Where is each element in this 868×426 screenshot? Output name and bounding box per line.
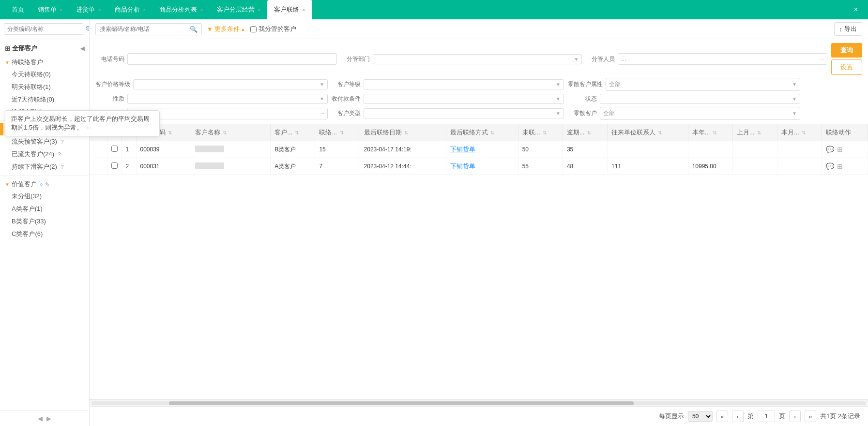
nature-select[interactable]: ▼ [127, 94, 328, 104]
price-grade-select[interactable]: ▼ [133, 79, 328, 89]
dept-select[interactable]: ▼ [373, 54, 582, 64]
row2-name [191, 158, 271, 175]
sidebar-declining[interactable]: 持续下滑客户(2) ? [0, 161, 89, 173]
nav-product-analysis-close[interactable]: × [143, 7, 146, 13]
th-last-month[interactable]: 上月... ⇅ [732, 124, 777, 141]
row1-name-placeholder [195, 146, 224, 152]
scrollbar-thumb[interactable] [169, 401, 634, 405]
value-arrow-icon: ▼ [5, 182, 10, 187]
scattered-customer-select[interactable]: 全部 ▼ [600, 107, 800, 120]
sidebar-all-customers[interactable]: ⊞ 全部客户 ◀ [0, 41, 89, 56]
payment-select[interactable]: ▼ [364, 94, 564, 104]
sidebar-type-a[interactable]: A类客户(1) [0, 203, 89, 215]
row1-chat-icon[interactable]: 💬 [826, 146, 834, 153]
customer-grade-select[interactable]: ▼ [364, 79, 564, 89]
export-button[interactable]: ↑ 导出 [834, 22, 863, 36]
th-last-date[interactable]: 最后联络日期 ⇅ [360, 124, 446, 141]
row2-select-checkbox[interactable] [111, 162, 118, 169]
nav-purchase[interactable]: 进货单 × [69, 0, 107, 19]
nav-product-analysis-list-close[interactable]: × [200, 7, 203, 13]
nav-customer-tier-close[interactable]: × [258, 7, 260, 13]
per-page-select[interactable]: 50 20 100 [688, 411, 713, 422]
th-last-method[interactable]: 最后联络方式 ⇅ [446, 124, 518, 141]
page-number-input[interactable] [758, 411, 775, 422]
nav-purchase-close[interactable]: × [98, 7, 101, 13]
th-contact[interactable]: 联络... ⇅ [315, 124, 360, 141]
manager-select[interactable]: ... ··· [618, 53, 827, 65]
customer-add-icon[interactable]: ○ [40, 181, 43, 187]
th-overdue[interactable]: 逾期... ⇅ [563, 124, 607, 141]
first-page-btn[interactable]: « [716, 411, 728, 422]
nav-sales-close[interactable]: × [60, 7, 62, 13]
sidebar-tomorrow-wait[interactable]: 明天待联络(1) [0, 81, 89, 93]
th-type[interactable]: 客户... ⇅ [271, 124, 315, 141]
code-sort-icon: ⇅ [168, 130, 172, 135]
sidebar-search-input[interactable] [4, 23, 83, 35]
nav-customer-contact[interactable]: 客户联络 × [267, 0, 312, 19]
customer-type-select[interactable]: ▼ [364, 108, 564, 118]
status-select[interactable]: ▼ [600, 94, 800, 104]
lost-help-icon[interactable]: ? [58, 151, 61, 157]
grid-icon: ⊞ [5, 45, 10, 52]
row2-last-method[interactable]: 下销货单 [446, 158, 518, 175]
nav-product-analysis[interactable]: 商品分析 × [108, 0, 152, 19]
th-this-month[interactable]: 本月... ⇅ [777, 124, 822, 141]
row1-grid-icon[interactable]: ⊞ [837, 146, 843, 153]
th-unread[interactable]: 未联... ⇅ [518, 124, 563, 141]
sidebar-unassigned[interactable]: 未分组(32) [0, 190, 89, 203]
sidebar: 🔍 ⊞ 全部客户 ◀ ▼ 待联络客户 今天待联络(0) 明天待联络(1) 近7天… [0, 19, 90, 426]
sidebar-wait-section[interactable]: ▼ 待联络客户 [0, 56, 89, 68]
nav-home[interactable]: 首页 [5, 0, 31, 19]
nav-customer-contact-close[interactable]: × [302, 7, 305, 13]
tooltip-more-icon[interactable]: ··· [90, 124, 91, 131]
sidebar-collapse-btn[interactable]: ◀ [80, 45, 84, 52]
row2-code: 000031 [136, 158, 191, 175]
sidebar-right-arrow[interactable]: ▶ [45, 413, 53, 424]
row2-chat-icon[interactable]: 💬 [826, 162, 834, 170]
sidebar-value-customer-section[interactable]: ▼ 价值客户 ○ ✎ [0, 177, 89, 190]
row2-action: 💬 ⊞ [822, 158, 868, 175]
row1-method-link[interactable]: 下销货单 [450, 146, 475, 153]
last-page-btn[interactable]: » [805, 411, 816, 422]
sidebar-type-c[interactable]: C类客户(6) [0, 228, 89, 240]
window-close-button[interactable]: × [849, 2, 863, 17]
row2-grid-icon[interactable]: ⊞ [837, 162, 843, 170]
row2-this-year: 10995.00 [688, 158, 732, 175]
funnel-icon: ▼ [207, 26, 213, 33]
row1-last-date: 2023-04-17 14:19: [360, 141, 446, 158]
row2-method-link[interactable]: 下销货单 [450, 162, 475, 170]
phone-input[interactable] [127, 53, 337, 65]
main-layout: 🔍 ⊞ 全部客户 ◀ ▼ 待联络客户 今天待联络(0) 明天待联络(1) 近7天… [0, 19, 868, 426]
sidebar-today-wait[interactable]: 今天待联络(0) [0, 68, 89, 81]
scattered-attr-select[interactable]: 全部 ▼ [606, 78, 800, 91]
my-customer-checkbox[interactable] [250, 26, 257, 32]
nav-product-analysis-list[interactable]: 商品分析列表 × [152, 0, 210, 19]
nav-customer-tier[interactable]: 客户分层经营 × [210, 0, 267, 19]
prev-page-btn[interactable]: ‹ [732, 411, 744, 422]
declining-help-icon[interactable]: ? [61, 164, 63, 170]
row1-select-checkbox[interactable] [111, 146, 118, 152]
scrollbar-track[interactable] [91, 401, 866, 405]
more-conditions-btn[interactable]: ▼ 更多条件 ▲ [207, 25, 245, 33]
sidebar-type-b[interactable]: B类客户(33) [0, 215, 89, 228]
sidebar-left-arrow[interactable]: ◀ [36, 413, 45, 424]
settings-button[interactable]: 设置 [831, 59, 862, 75]
filter-search-icon[interactable]: 🔍 [190, 26, 198, 33]
sidebar-7day-wait[interactable]: 近7天待联络(0) [0, 93, 89, 106]
row2-this-month [777, 158, 822, 175]
th-contact-person[interactable]: 往来单位联系人 ⇅ [608, 124, 688, 141]
next-page-btn[interactable]: › [789, 411, 801, 422]
filter-search-input[interactable] [100, 26, 188, 32]
row1-last-method[interactable]: 下销货单 [446, 141, 518, 158]
sidebar-loss-warning[interactable]: 流失预警客户(3) ? [0, 135, 89, 148]
sidebar-already-lost[interactable]: 已流失客户(24) ? [0, 148, 89, 161]
nav-sales[interactable]: 销售单 × [31, 0, 69, 19]
customer-edit-icon[interactable]: ✎ [45, 181, 49, 188]
horizontal-scrollbar[interactable] [90, 399, 868, 406]
customer-grade-label: 客户等级 [332, 80, 361, 88]
query-button[interactable]: 查询 [831, 43, 862, 58]
sidebar-search-icon[interactable]: 🔍 [85, 26, 90, 33]
loss-help-icon[interactable]: ? [61, 139, 63, 145]
th-name[interactable]: 客户名称 ⇅ [191, 124, 271, 141]
th-this-year[interactable]: 本年... ⇅ [688, 124, 732, 141]
